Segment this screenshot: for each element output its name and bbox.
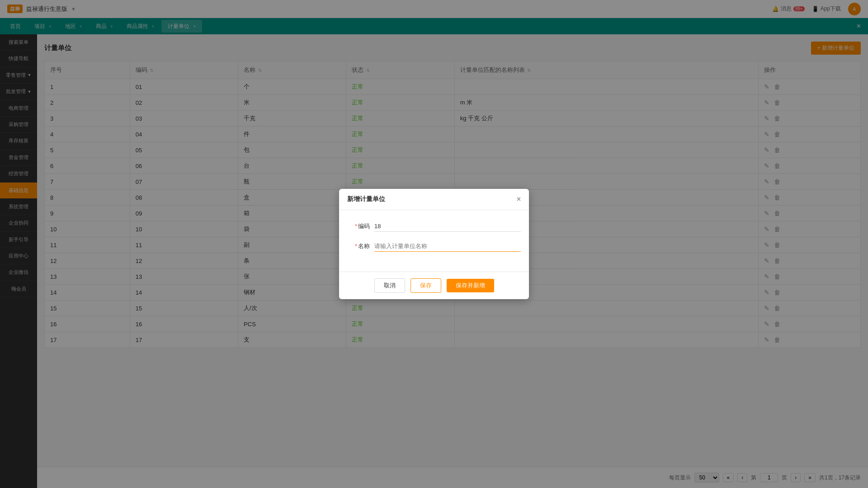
save-button[interactable]: 保存 — [410, 278, 441, 293]
name-label: *名称 — [347, 242, 370, 250]
modal-footer: 取消 保存 保存并新增 — [339, 272, 529, 299]
form-row-code: *编码 — [347, 221, 521, 232]
modal-overlay[interactable]: 新增计量单位 × *编码 *名称 取消 保存 保存并新增 — [0, 0, 868, 488]
code-input[interactable] — [374, 221, 521, 232]
modal-body: *编码 *名称 — [339, 210, 529, 272]
code-label: *编码 — [347, 222, 370, 230]
save-and-new-button[interactable]: 保存并新增 — [447, 279, 494, 292]
form-row-name: *名称 — [347, 241, 521, 252]
cancel-button[interactable]: 取消 — [374, 278, 405, 293]
modal-header: 新增计量单位 × — [339, 189, 529, 210]
name-input[interactable] — [374, 241, 521, 252]
modal-title: 新增计量单位 — [347, 195, 385, 203]
modal-close-btn[interactable]: × — [517, 195, 521, 203]
add-unit-modal: 新增计量单位 × *编码 *名称 取消 保存 保存并新增 — [339, 189, 529, 299]
